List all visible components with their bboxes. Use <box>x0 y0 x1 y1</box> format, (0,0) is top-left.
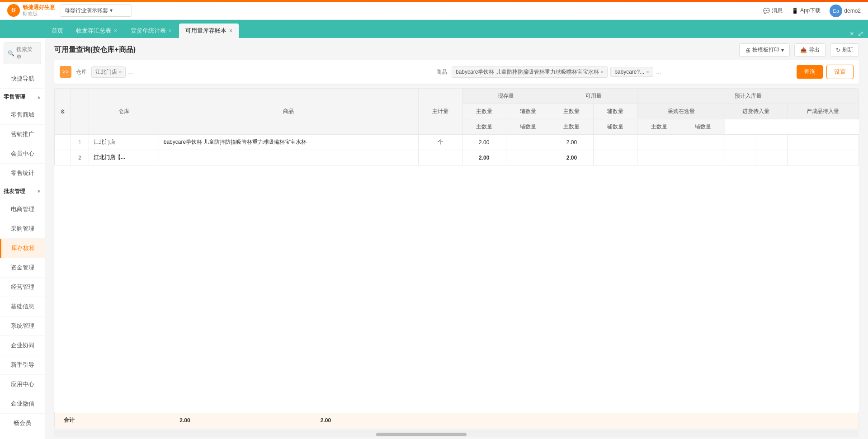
tab-orders-close[interactable]: × <box>169 28 172 34</box>
top-bar-right: 💬 消息 📱 App下载 Ea demo2 <box>763 5 861 17</box>
td-purchase-main-2 <box>637 150 681 165</box>
sidebar-item-wechat[interactable]: 企业微信 <box>0 394 45 414</box>
tab-inventory-close[interactable]: × <box>229 28 232 34</box>
sidebar-item-finance[interactable]: 资金管理 <box>0 258 45 278</box>
th-current-stock: 现存量 <box>462 89 550 104</box>
sidebar-item-ecommerce[interactable]: 电商管理 <box>0 200 45 219</box>
export-button[interactable]: 📤 导出 <box>794 43 826 57</box>
footer-avail-main: 2.00 <box>291 417 361 424</box>
sidebar-search-area: 🔍 搜索菜单 <box>0 38 45 69</box>
sidebar-wechat-label: 企业微信 <box>11 400 34 407</box>
sidebar-item-retail-stats[interactable]: 零售统计 <box>0 164 45 183</box>
td-purchase-main-1 <box>637 135 681 150</box>
sidebar-item-enterprise-collab[interactable]: 企业协同 <box>0 336 45 355</box>
td-gear-1[interactable] <box>55 135 71 150</box>
th-purchase-aux: 辅数量 <box>506 119 550 135</box>
tab-expand-button[interactable]: ⤢ <box>858 29 863 38</box>
td-current-aux-2 <box>506 150 550 165</box>
tab-inventory[interactable]: 可用量库存账本 × <box>179 24 239 38</box>
sidebar-retail-stats-label: 零售统计 <box>11 170 34 176</box>
th-current-main-qty: 主数量 <box>462 104 506 119</box>
retail-arrow-icon: ▲ <box>37 94 41 99</box>
sidebar-item-operations[interactable]: 经营管理 <box>0 278 45 297</box>
sidebar-item-system[interactable]: 系统管理 <box>0 316 45 336</box>
sidebar-item-newbie[interactable]: 新手引导 <box>0 355 45 375</box>
industry-selector[interactable]: 母婴行业演示账套 ▾ <box>60 5 132 17</box>
td-unit-2 <box>418 150 462 165</box>
sidebar-member-vip-label: 畅会员 <box>14 420 31 426</box>
td-purchase-aux-1 <box>681 135 725 150</box>
sidebar-item-app-center[interactable]: 应用中心 <box>0 375 45 394</box>
td-unit-1: 个 <box>418 135 462 150</box>
sidebar-finance-label: 资金管理 <box>11 264 34 271</box>
warehouse-tags: 江北门店 × ... <box>91 66 432 78</box>
sidebar-item-wholesale[interactable]: 批发管理 ▼ <box>0 183 45 200</box>
sidebar-item-member[interactable]: 畅会员 <box>0 414 45 433</box>
th-purchase-main: 主数量 <box>462 119 506 135</box>
query-button[interactable]: 查询 <box>797 65 823 79</box>
td-current-main-1: 2.00 <box>462 135 506 150</box>
logo-texts: 畅捷通好生意 标准版 <box>23 4 55 17</box>
sidebar-item-quick-nav[interactable]: 快捷导航 <box>0 69 45 89</box>
sidebar-item-basic-info[interactable]: 基础信息 <box>0 297 45 316</box>
th-avail-main-qty: 主数量 <box>550 104 594 119</box>
print-button[interactable]: 🖨 按模板打印 ▾ <box>739 43 790 57</box>
td-prod-aux-1 <box>823 135 859 150</box>
td-incoming-aux-1 <box>756 135 787 150</box>
td-current-aux-1 <box>506 135 550 150</box>
print-label: 按模板打印 <box>752 46 779 54</box>
th-gear[interactable]: ⚙ <box>55 89 71 135</box>
product-tag-1-remove[interactable]: × <box>601 69 604 75</box>
warehouse-filter-label: 仓库 <box>76 68 87 76</box>
content-area: 可用量查询(按仓库+商品) 🖨 按模板打印 ▾ 📤 导出 ↻ 刷新 <box>45 38 868 439</box>
page-title: 可用量查询(按仓库+商品) <box>54 45 136 55</box>
logo-text: 畅捷通好生意 <box>23 4 55 10</box>
product-tag-1: babycare学饮杯 儿童防摔防撞吸管杯重力球吸嘴杯宝宝水杯 × <box>452 66 608 78</box>
warehouse-tag-remove[interactable]: × <box>119 69 122 75</box>
th-product: 商品 <box>159 89 418 135</box>
footer-purchase-main <box>431 417 502 424</box>
tab-home[interactable]: 首页 <box>45 24 70 38</box>
product-more-button[interactable]: ... <box>656 68 661 76</box>
bottom-scroll[interactable] <box>54 430 859 437</box>
wholesale-arrow-icon: ▼ <box>37 189 41 194</box>
tab-receivables-label: 收发存汇总表 <box>76 27 111 35</box>
sidebar-marketing-label: 营销推广 <box>11 131 34 137</box>
tab-receivables-close[interactable]: × <box>114 28 117 34</box>
sidebar-system-label: 系统管理 <box>11 322 34 329</box>
sidebar-item-member-center[interactable]: 会员中心 <box>0 144 45 164</box>
tab-orders[interactable]: 要货单统计表 × <box>124 24 178 38</box>
th-main-unit: 主计量 <box>418 89 462 135</box>
product-tag-2-remove[interactable]: × <box>646 69 649 75</box>
sidebar-item-retail-mall[interactable]: 零售商城 <box>0 105 45 125</box>
refresh-button[interactable]: ↻ 刷新 <box>830 43 859 57</box>
td-prod-main-1 <box>787 135 823 150</box>
td-incoming-aux-2 <box>756 150 787 165</box>
search-menu-button[interactable]: 🔍 搜索菜单 <box>4 42 41 64</box>
td-warehouse-1: 江北门店 <box>89 135 159 150</box>
scroll-thumb[interactable] <box>376 433 467 436</box>
product-filter-label: 商品 <box>436 68 447 76</box>
td-gear-2[interactable] <box>55 150 71 165</box>
warehouse-more-button[interactable]: ... <box>128 68 134 76</box>
sidebar-item-marketing[interactable]: 营销推广 <box>0 125 45 144</box>
setting-button[interactable]: 设置 <box>826 65 854 79</box>
sidebar-item-purchase[interactable]: 采购管理 <box>0 219 45 239</box>
th-prod-aux: 辅数量 <box>681 119 725 135</box>
th-incoming-main: 主数量 <box>550 119 594 135</box>
tab-receivables[interactable]: 收发存汇总表 × <box>70 24 123 38</box>
sidebar-item-inventory[interactable]: 库存核算 <box>0 239 45 258</box>
table-footer: 合计 2.00 2.00 <box>54 413 859 428</box>
tab-inventory-label: 可用量库存账本 <box>185 27 226 35</box>
tab-bar-actions: × ⤢ <box>850 29 868 38</box>
messages-button[interactable]: 💬 消息 <box>763 7 783 14</box>
sidebar-newbie-label: 新手引导 <box>11 361 34 368</box>
sidebar-item-retail-management[interactable]: 零售管理 ▲ <box>0 89 45 105</box>
th-incoming-aux: 辅数量 <box>594 119 637 135</box>
td-prod-aux-2 <box>823 150 859 165</box>
filter-expand-button[interactable]: >> <box>60 66 71 78</box>
tab-close-all-button[interactable]: × <box>850 30 854 38</box>
app-download-button[interactable]: 📱 App下载 <box>792 7 821 14</box>
product-tag-2: babycare?... × <box>610 67 653 77</box>
user-menu[interactable]: Ea demo2 <box>830 5 861 17</box>
